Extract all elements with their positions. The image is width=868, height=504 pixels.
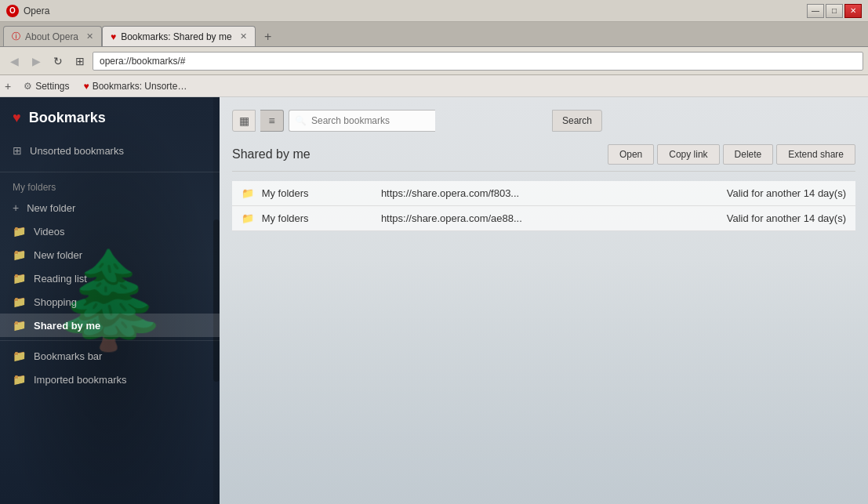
sidebar-item-new-folder[interactable]: + New folder — [0, 196, 220, 219]
folder-imported-icon: 📁 — [13, 373, 26, 386]
sidebar-item-shared-by-me[interactable]: 📁 Shared by me — [0, 314, 220, 337]
window-controls: — □ ✕ — [807, 4, 862, 18]
bookmarks-bar-add[interactable]: + — [5, 80, 11, 92]
extend-share-button[interactable]: Extend share — [776, 144, 855, 165]
sidebar-item-new-folder-label: New folder — [27, 202, 75, 214]
title-bar-text: Opera — [24, 5, 49, 16]
heart-bookmarks-icon: ♥ — [84, 81, 89, 92]
row-1-name-cell: 📁 My folders — [232, 181, 372, 206]
sidebar-item-shared-label: Shared by me — [34, 320, 100, 332]
title-bar-left: Opera — [6, 5, 49, 17]
sidebar-item-shopping[interactable]: 📁 Shopping — [0, 290, 220, 314]
bookmarks-bar-unsorted[interactable]: ♥ Bookmarks: Unsorte… — [78, 79, 194, 93]
table-row[interactable]: 📁 My folders https://share.opera.com/f80… — [232, 181, 855, 206]
sidebar-my-folders-header: My folders — [0, 176, 220, 196]
row-2-validity-cell: Valid for another 14 day(s) — [631, 206, 855, 231]
content-inner: ▦ ≡ 🔍 Search Shared by me Open — [220, 97, 868, 244]
open-button[interactable]: Open — [608, 144, 654, 165]
section-title: Shared by me — [232, 147, 311, 161]
folder-new-icon: 📁 — [13, 248, 26, 261]
tab-bookmarks-close[interactable]: ✕ — [240, 31, 247, 42]
list-view-icon: ≡ — [268, 114, 274, 127]
reload-button[interactable]: ↻ — [49, 52, 67, 71]
gear-icon: ⚙ — [24, 81, 32, 92]
view-list-button[interactable]: ≡ — [260, 110, 284, 132]
bookmarks-bar-unsorted-label: Bookmarks: Unsorte… — [93, 81, 187, 92]
maximize-button[interactable]: □ — [826, 4, 843, 18]
folder-shared-icon: 📁 — [13, 319, 26, 332]
sidebar-heart-icon: ♥ — [13, 110, 21, 126]
action-buttons: Open Copy link Delete Extend share — [608, 144, 855, 165]
close-button[interactable]: ✕ — [844, 4, 862, 18]
sidebar-item-new-folder-2[interactable]: 📁 New folder — [0, 243, 220, 267]
tab-bookmarks-label: Bookmarks: Shared by me — [121, 31, 231, 42]
sidebar-item-bookmarks-bar[interactable]: 📁 Bookmarks bar — [0, 344, 220, 368]
sidebar-divider-2 — [0, 340, 220, 341]
content-bg-trees — [220, 260, 868, 504]
folder-row-1-icon: 📁 — [242, 187, 254, 199]
content-area: ▦ ≡ 🔍 Search Shared by me Open — [220, 97, 868, 504]
folder-bookmarks-bar-icon: 📁 — [13, 350, 26, 362]
sidebar-header: ♥ Bookmarks — [0, 97, 220, 132]
tab-about-opera-close[interactable]: ✕ — [86, 31, 93, 42]
title-bar: Opera — □ ✕ — [0, 0, 868, 22]
main-content: ♥ Bookmarks ⊞ Unsorted bookmarks My fold… — [0, 97, 868, 504]
sidebar-unsorted-section: ⊞ Unsorted bookmarks — [0, 132, 220, 169]
tab-bar: ⓘ About Opera ✕ ♥ Bookmarks: Shared by m… — [0, 22, 868, 47]
opera-logo-icon — [6, 5, 19, 17]
opera-tab-icon: ⓘ — [12, 31, 20, 42]
sidebar-title: Bookmarks — [29, 110, 106, 126]
copy-link-button[interactable]: Copy link — [657, 144, 719, 165]
sidebar-item-unsorted[interactable]: ⊞ Unsorted bookmarks — [0, 139, 220, 162]
content-toolbar: ▦ ≡ 🔍 Search — [232, 110, 855, 132]
sidebar-divider-1 — [0, 172, 220, 172]
sidebar-item-reading-label: Reading list — [34, 273, 87, 285]
sidebar-item-reading-list[interactable]: 📁 Reading list — [0, 267, 220, 290]
tab-bookmarks[interactable]: ♥ Bookmarks: Shared by me ✕ — [102, 26, 256, 46]
folder-row-2-icon: 📁 — [242, 212, 254, 224]
table-row[interactable]: 📁 My folders https://share.opera.com/ae8… — [232, 206, 855, 231]
tab-about-opera[interactable]: ⓘ About Opera ✕ — [3, 26, 102, 46]
bookmarks-bar-settings-label: Settings — [35, 81, 69, 92]
row-2-url-cell: https://share.opera.com/ae88... — [372, 206, 631, 231]
bookmarks-bar: + ⚙ Settings ♥ Bookmarks: Unsorte… — [0, 75, 868, 97]
sidebar-item-videos-label: Videos — [34, 226, 65, 237]
sidebar-item-bookmarks-bar-label: Bookmarks bar — [34, 350, 102, 362]
delete-button[interactable]: Delete — [723, 144, 774, 165]
sidebar-item-unsorted-label: Unsorted bookmarks — [30, 145, 124, 157]
row-2-name-cell: 📁 My folders — [232, 206, 372, 231]
grid-view-icon: ▦ — [239, 114, 249, 127]
minimize-button[interactable]: — — [807, 4, 824, 18]
nav-bar: ◀ ▶ ↻ ⊞ — [0, 47, 868, 75]
bookmarks-table: 📁 My folders https://share.opera.com/f80… — [232, 181, 855, 231]
bookmark-tab-icon: ♥ — [111, 31, 116, 42]
search-wrapper: 🔍 — [289, 110, 552, 132]
new-tab-button[interactable]: + — [259, 27, 278, 46]
sidebar: ♥ Bookmarks ⊞ Unsorted bookmarks My fold… — [0, 97, 220, 504]
sidebar-item-new-folder-2-label: New folder — [34, 249, 82, 261]
search-container: 🔍 Search — [289, 110, 602, 132]
row-1-name: My folders — [262, 187, 309, 199]
sidebar-item-videos[interactable]: 📁 Videos — [0, 219, 220, 243]
view-grid-button[interactable]: ▦ — [232, 110, 256, 132]
my-folders-label: My folders — [13, 182, 56, 193]
row-1-url-cell: https://share.opera.com/f803... — [372, 181, 631, 206]
address-bar[interactable] — [93, 52, 863, 71]
add-folder-icon: + — [13, 201, 19, 214]
bookmarks-bar-settings[interactable]: ⚙ Settings — [17, 79, 75, 93]
folder-shopping-icon: 📁 — [13, 296, 26, 308]
sidebar-item-imported-bookmarks[interactable]: 📁 Imported bookmarks — [0, 368, 220, 391]
folder-videos-icon: 📁 — [13, 225, 26, 237]
grid-button[interactable]: ⊞ — [71, 52, 89, 71]
search-input[interactable] — [289, 110, 435, 132]
row-1-validity-cell: Valid for another 14 day(s) — [631, 181, 855, 206]
folder-reading-icon: 📁 — [13, 272, 26, 285]
tab-about-opera-label: About Opera — [25, 31, 78, 42]
forward-button[interactable]: ▶ — [27, 52, 45, 71]
sidebar-item-imported-label: Imported bookmarks — [34, 374, 127, 386]
section-title-bar: Shared by me Open Copy link Delete Exten… — [232, 144, 855, 172]
search-button[interactable]: Search — [552, 110, 602, 132]
back-button[interactable]: ◀ — [5, 52, 24, 71]
grid-icon: ⊞ — [13, 144, 22, 157]
row-2-name: My folders — [262, 212, 309, 224]
